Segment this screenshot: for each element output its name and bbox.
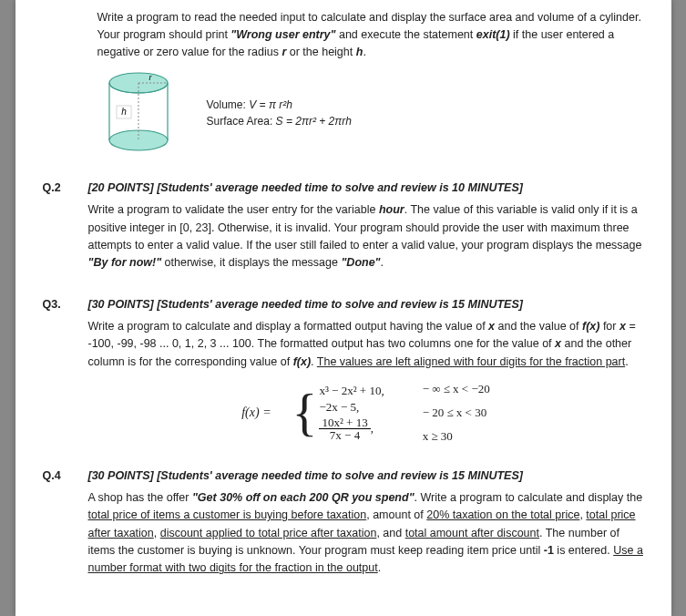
q4-head: [30 POINTS] [Students' average needed ti… <box>88 469 523 482</box>
q2-head: [20 POINTS] [Students' average needed ti… <box>88 181 523 194</box>
q4-b1: A shop has the offer <box>88 491 192 504</box>
q4-b6: , and <box>376 527 404 539</box>
q1-exit: exit(1) <box>476 28 510 41</box>
fraction: 10x² + 13 7x − 4 <box>319 416 370 442</box>
brace-icon: { <box>292 389 318 436</box>
q3-body: Write a program to calculate and display… <box>88 318 644 371</box>
q1-body: Write a program to read the needed input… <box>97 9 644 60</box>
q4-u2: 20% taxation on the total price <box>426 508 579 521</box>
q3-header-row: Q3. [30 POINTS] [Students' average neede… <box>43 298 644 311</box>
q3-b1: Write a program to calculate and display… <box>88 320 489 333</box>
q1-text2: and execute the statement <box>335 28 476 41</box>
q3-b3: for <box>599 320 619 333</box>
q2-b1: Write a program to validate the user ent… <box>88 203 379 216</box>
sa-label: Surface Area: <box>207 115 276 128</box>
q3-u: The values are left aligned with four di… <box>317 355 625 368</box>
frac-num: 10x² + 13 <box>319 416 370 430</box>
vol-eq: V = π r²h <box>249 98 292 111</box>
vol-label: Volume: <box>207 98 250 111</box>
q3-formula: f(x) = { x³ − 2x² + 10, −2x − 5, 10x² + … <box>88 382 644 444</box>
cylinder-icon: h r <box>97 69 179 156</box>
q4-u5: total amount after discount <box>405 527 539 539</box>
q3-b7: . <box>625 355 628 368</box>
piece2: −2x − 5, <box>319 400 384 415</box>
q2-msg2: "Done" <box>341 256 380 269</box>
frac-den: 7x − 4 <box>327 429 363 442</box>
q3-head: [30 POINTS] [Students' average needed ti… <box>88 298 523 311</box>
q3-x3: x <box>555 337 561 350</box>
piece1: x³ − 2x² + 10, <box>319 384 384 398</box>
q3-b2: and the value of <box>495 320 582 333</box>
q2-num: Q.2 <box>43 181 70 194</box>
q4-b9: . <box>378 561 381 574</box>
q2-msg1: "By for now!" <box>88 256 162 269</box>
formulas: Volume: V = π r²h Surface Area: S = 2πr²… <box>207 97 353 129</box>
q1-text5: . <box>363 46 365 58</box>
q3-num: Q3. <box>43 298 70 311</box>
piece3: 10x² + 13 7x − 4 , <box>319 416 384 442</box>
q1-text4: or the height <box>286 46 355 58</box>
q4-u4: discount applied to total price after ta… <box>160 527 377 539</box>
fx-label: f(x) = <box>241 406 271 420</box>
q4-u1: total price of items a customer is buyin… <box>88 508 367 521</box>
volume-formula: Volume: V = π r²h <box>207 97 353 113</box>
p3-comma: , <box>371 421 374 435</box>
cond2: − 20 ≤ x < 30 <box>423 406 490 420</box>
q2-b3: otherwise, it displays the message <box>161 256 341 269</box>
cond3: x ≥ 30 <box>423 429 490 444</box>
q2-header-row: Q.2 [20 POINTS] [Students' average neede… <box>43 181 644 194</box>
q4-b5: , <box>154 527 160 539</box>
q1-wrong: "Wrong user entry" <box>230 28 335 41</box>
q3-fx1: f(x) <box>582 320 599 333</box>
cyl-h-label: h <box>121 107 127 117</box>
q4-body: A shop has the offer "Get 30% off on eac… <box>88 489 644 578</box>
q4-neg1: -1 <box>544 544 554 557</box>
surface-area-formula: Surface Area: S = 2πr² + 2πrh <box>207 113 353 129</box>
q3-fx2: f(x) <box>293 355 311 368</box>
cond1: − ∞ ≤ x < −20 <box>423 382 490 396</box>
q4-b3: , amount of <box>366 508 426 521</box>
q4-header-row: Q.4 [30 POINTS] [Students' average neede… <box>43 469 644 482</box>
document-page: Write a program to read the needed input… <box>15 0 671 616</box>
q4-offer: "Get 30% off on each 200 QR you spend" <box>192 491 415 504</box>
q3-b6: . <box>311 355 317 368</box>
q2-b4: . <box>381 256 384 269</box>
q2-body: Write a program to validate the user ent… <box>88 201 644 272</box>
q4-b8: is entered. <box>554 544 613 557</box>
cylinder-row: h r Volume: V = π r²h Surface Area: S = … <box>97 69 644 156</box>
piecewise: x³ − 2x² + 10, −2x − 5, 10x² + 13 7x − 4… <box>319 384 384 442</box>
conditions: − ∞ ≤ x < −20 − 20 ≤ x < 30 x ≥ 30 <box>423 382 490 444</box>
q4-num: Q.4 <box>43 469 70 482</box>
q4-b2: . Write a program to calculate and displ… <box>415 491 643 504</box>
q3-x2: x <box>619 320 626 333</box>
sa-eq: S = 2πr² + 2πrh <box>276 115 352 128</box>
q2-hour: hour <box>379 203 404 216</box>
brace-group: { x³ − 2x² + 10, −2x − 5, 10x² + 13 7x −… <box>292 384 384 442</box>
